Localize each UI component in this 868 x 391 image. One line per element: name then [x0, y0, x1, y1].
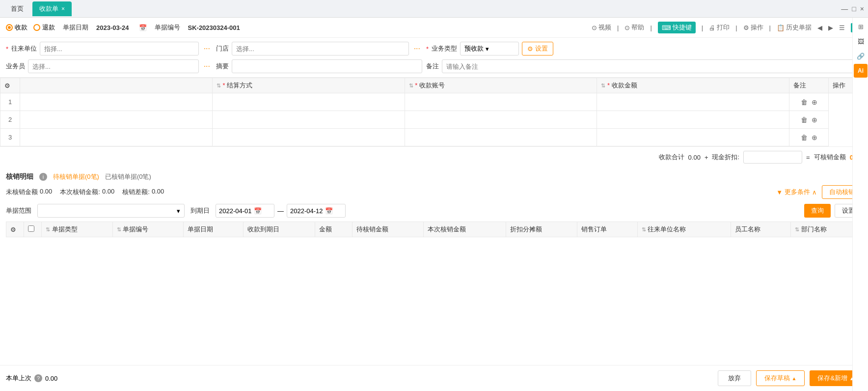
delete-icon-3[interactable]: 🗑 — [801, 134, 808, 141]
radio-tuikuan[interactable]: 退款 — [33, 23, 55, 32]
row-num-3: 3 — [0, 129, 20, 146]
remark-input-2[interactable] — [597, 111, 789, 128]
sidebar-image-icon[interactable]: 🖼 — [854, 34, 868, 48]
store-input[interactable] — [232, 42, 409, 56]
salesperson-input[interactable] — [28, 59, 199, 73]
row-2-account[interactable] — [212, 111, 405, 129]
type-radio-group: 收款 退款 — [6, 23, 55, 32]
order-info-icon[interactable]: ? — [34, 374, 42, 382]
pending-link[interactable]: 待核销单据(0笔) — [53, 172, 99, 181]
tab-current-label: 收款单 — [39, 4, 58, 13]
calendar-icon-to[interactable]: 📅 — [325, 207, 333, 215]
copy-icon-1[interactable]: ⊕ — [812, 98, 817, 106]
account-input-1[interactable] — [213, 93, 405, 111]
tab-close-icon[interactable]: × — [61, 5, 65, 12]
date-from-input[interactable]: 2022-04-01 📅 — [216, 204, 274, 218]
remark-input[interactable] — [442, 59, 862, 73]
salesperson-field: 业务员 ··· — [6, 59, 212, 73]
row-2-remark[interactable] — [597, 111, 789, 129]
history-btn[interactable]: 📋 历史单据 — [777, 23, 812, 32]
bt-th-check[interactable] — [24, 222, 42, 237]
row-3-settlement[interactable] — [20, 129, 213, 146]
partner-field: * 往来单位 ··· — [6, 42, 212, 56]
chevron-up-icon: ∧ — [812, 189, 817, 196]
bt-th-gear[interactable] — [6, 222, 24, 237]
done-link[interactable]: 已核销单据(0笔) — [105, 172, 151, 181]
discard-btn[interactable]: 放弃 — [718, 370, 751, 386]
biz-type-dropdown[interactable]: 预收款 ▾ — [460, 42, 519, 56]
remark-input-3[interactable] — [597, 129, 789, 146]
store-field: 门店 ··· — [216, 42, 422, 56]
row-3-amount[interactable] — [405, 129, 597, 146]
radio-tuikuan-dot — [33, 24, 40, 31]
row-1-amount[interactable] — [405, 93, 597, 111]
select-all-checkbox[interactable] — [28, 225, 34, 232]
shortcut-btn[interactable]: ⌨ 快捷键 — [658, 22, 696, 33]
sidebar-ai-icon[interactable]: Ai — [854, 64, 868, 78]
delete-icon-1[interactable]: 🗑 — [801, 98, 808, 106]
settings-button[interactable]: ⚙ 设置 — [522, 42, 553, 56]
row-3-account[interactable] — [212, 129, 405, 146]
close-btn[interactable]: × — [860, 5, 864, 13]
radio-shoukuan[interactable]: 收款 — [6, 23, 27, 32]
th-remark: 备注 — [789, 78, 829, 93]
settlement-input-1[interactable] — [20, 93, 212, 111]
amount-input-3[interactable] — [405, 129, 597, 146]
unchecked-stat: 未核销金额 0.00 — [6, 188, 52, 196]
main-content: 收款 退款 单据日期 2023-03-24 📅 单据编号 SK-20230324… — [0, 18, 868, 391]
bt-th-partner: ⇅ 往来单位名称 — [637, 222, 731, 237]
amount-input-1[interactable] — [405, 93, 597, 111]
settlement-input-2[interactable] — [20, 111, 212, 128]
row-3-remark[interactable] — [597, 129, 789, 146]
account-input-2[interactable] — [213, 111, 405, 128]
copy-icon-2[interactable]: ⊕ — [812, 116, 817, 124]
operation-btn[interactable]: ⚙ 操作 — [743, 23, 763, 32]
toolbar: 收款 退款 单据日期 2023-03-24 📅 单据编号 SK-20230324… — [0, 18, 868, 38]
partner-input[interactable] — [40, 42, 199, 56]
window-controls: — □ × — [841, 5, 864, 13]
row-2-amount[interactable] — [405, 111, 597, 129]
help-btn[interactable]: ⊙ 帮助 — [624, 23, 644, 32]
date-picker-icon[interactable]: 📅 — [139, 24, 147, 31]
range-select[interactable]: ▾ — [37, 204, 185, 218]
settlement-input-3[interactable] — [20, 129, 212, 146]
minimize-btn[interactable]: — — [841, 5, 848, 13]
summary-input[interactable] — [232, 59, 422, 73]
row-1-account[interactable] — [212, 93, 405, 111]
writeoff-info-icon[interactable]: i — [39, 173, 47, 181]
calendar-icon-from[interactable]: 📅 — [254, 207, 262, 215]
tab-home[interactable]: 首页 — [4, 1, 30, 16]
row-1-settlement[interactable] — [20, 93, 213, 111]
partner-more-btn[interactable]: ··· — [202, 44, 212, 53]
row-1-remark[interactable] — [597, 93, 789, 111]
query-btn[interactable]: 查询 — [804, 204, 831, 218]
range-chevron-icon: ▾ — [177, 207, 180, 215]
range-label: 单据范围 — [6, 206, 31, 215]
receipts-table-wrap: ⇅ * 结算方式 ⇅ * 收款账号 ⇅ * 收款金额 — [0, 78, 868, 147]
radio-shoukuan-dot — [6, 24, 13, 31]
sidebar-table-icon[interactable]: ⊞ — [854, 20, 868, 33]
remark-input-1[interactable] — [597, 93, 789, 111]
row-num-1: 1 — [0, 93, 20, 111]
date-to-input[interactable]: 2022-04-12 📅 — [287, 204, 346, 218]
partner-required-mark: * — [6, 45, 8, 53]
bt-th-sales-order: 销售订单 — [577, 222, 637, 237]
more-conditions-btn[interactable]: ▼ 更多条件 ∧ — [776, 188, 817, 196]
tab-current[interactable]: 收款单 × — [32, 1, 72, 16]
bt-th-date: 单据日期 — [184, 222, 244, 237]
th-gear[interactable] — [0, 78, 20, 93]
salesperson-more-btn[interactable]: ··· — [202, 62, 212, 71]
account-input-3[interactable] — [213, 129, 405, 146]
table-row: 3 🗑 ⊕ — [0, 129, 868, 146]
delete-icon-2[interactable]: 🗑 — [801, 116, 808, 124]
copy-icon-3[interactable]: ⊕ — [812, 134, 817, 141]
discount-input[interactable] — [743, 151, 802, 164]
sidebar-link-icon[interactable]: 🔗 — [854, 49, 868, 63]
print-btn[interactable]: 🖨 打印 — [709, 23, 730, 32]
store-more-btn[interactable]: ··· — [412, 44, 422, 53]
save-draft-btn[interactable]: 保存草稿 ▲ — [756, 370, 805, 386]
row-2-settlement[interactable] — [20, 111, 213, 129]
video-btn[interactable]: ⊙ 视频 — [592, 23, 611, 32]
amount-input-2[interactable] — [405, 111, 597, 128]
maximize-btn[interactable]: □ — [852, 5, 856, 13]
